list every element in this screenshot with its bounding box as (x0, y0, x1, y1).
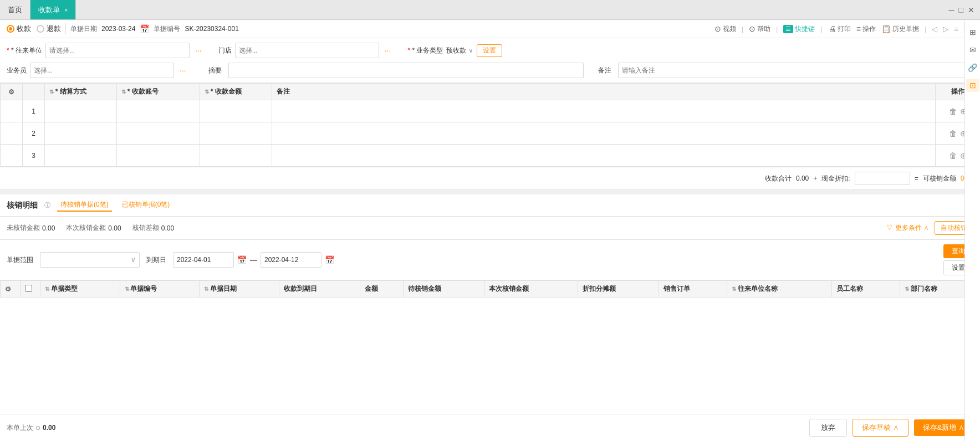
close-icon[interactable]: ✕ (968, 6, 974, 14)
range-select[interactable]: ∨ (40, 252, 140, 268)
date-to-calendar-icon[interactable]: 📅 (325, 255, 334, 264)
action-help[interactable]: ⊙ 帮助 (749, 24, 770, 34)
date-from-calendar-icon[interactable]: 📅 (237, 255, 247, 264)
tab-home-label: 首页 (8, 5, 22, 15)
col-header-settings: ⚙ (1, 84, 23, 100)
save-draft-button[interactable]: 保存草稿 ∧ (853, 419, 908, 437)
row2-amount[interactable] (200, 122, 272, 145)
vcol-discount: 折扣分摊额 (578, 281, 659, 298)
salesperson-input[interactable] (30, 63, 174, 78)
row2-delete-icon[interactable]: 🗑 (949, 129, 957, 138)
row3-method[interactable] (45, 145, 117, 167)
sidebar-email-icon[interactable]: ✉ (966, 43, 979, 57)
tab-home[interactable]: 首页 (0, 0, 30, 19)
save-new-label: 保存&新增 ∧ (923, 423, 964, 433)
filter-date-range: 📅 — 📅 (173, 252, 334, 268)
summary-row: 收款合计 0.00 + 现金折扣: = 可核销金额 0.00 (0, 167, 980, 190)
print-icon: 🖨 (828, 24, 836, 33)
action-video[interactable]: ⊙ 视频 (714, 24, 736, 34)
row1-method[interactable] (45, 100, 117, 122)
row3-account[interactable] (117, 145, 200, 167)
docnum-value: SK-20230324-001 (185, 25, 238, 33)
row3-remark[interactable] (272, 145, 936, 167)
vcol-verify-amount: 本次核销金额 (484, 281, 578, 298)
date-to-input[interactable] (261, 252, 321, 268)
abandon-button[interactable]: 放弃 (809, 419, 847, 437)
verify-stats: 未核销金额 0.00 本次核销金额 0.00 核销差额 0.00 ▽ 更多条件 … (0, 217, 980, 240)
discount-input[interactable] (855, 172, 910, 185)
counterpart-more-icon[interactable]: ··· (193, 46, 204, 55)
history-icon: 📋 (881, 24, 891, 33)
remark-input[interactable] (618, 63, 973, 78)
action-print[interactable]: 🖨 打印 (828, 24, 851, 34)
help-icon: ⊙ (749, 24, 756, 33)
verify-header: 核销明细 ⓘ 待核销单据(0笔) 已核销单据(0笔) (0, 194, 980, 217)
row3-amount[interactable] (200, 145, 272, 167)
sidebar-table-icon[interactable]: ⊞ (966, 25, 979, 39)
nav-prev-icon[interactable]: ◁ (932, 25, 937, 33)
carry-forward-info-icon[interactable]: ⊙ (35, 424, 40, 432)
summary-input[interactable] (228, 63, 584, 78)
business-type-arrow-icon: ∨ (468, 47, 473, 54)
row1-delete-icon[interactable]: 🗑 (949, 107, 957, 116)
store-more-icon[interactable]: ··· (382, 46, 394, 55)
verify-info-icon[interactable]: ⓘ (44, 201, 50, 209)
counterpart-input[interactable] (45, 43, 190, 58)
settings-button[interactable]: 设置 (477, 44, 502, 57)
col-header-method: ⇅ * 结算方式 (45, 84, 117, 100)
row1-account[interactable] (117, 100, 200, 122)
maximize-icon[interactable]: □ (959, 6, 963, 14)
carry-forward-value: 0.00 (43, 424, 55, 432)
tab-close-icon[interactable]: × (64, 7, 68, 13)
row2-remark[interactable] (272, 122, 936, 145)
minimize-icon[interactable]: ─ (949, 6, 955, 14)
vcol-checkbox (21, 281, 40, 298)
summary-label: 摘要 (208, 66, 222, 75)
nav-list-icon[interactable]: ≡ (954, 25, 958, 33)
table-row: 2 🗑 ⊕ (1, 122, 980, 145)
vcol-settings: ⚙ (1, 281, 21, 298)
plus-sign: + (813, 175, 817, 182)
business-type-value: 预收款 (446, 46, 466, 55)
action-shortcut[interactable]: ☰ 快捷键 (783, 24, 815, 34)
table-gear-icon[interactable]: ⚙ (8, 88, 14, 96)
row1-remark[interactable] (272, 100, 936, 122)
row1-settings (1, 100, 23, 122)
range-select-arrow-icon: ∨ (131, 256, 136, 264)
vtable-select-all[interactable] (25, 285, 32, 292)
col-header-num (23, 84, 45, 100)
vcol-doc-type: ⇅ 单据类型 (40, 281, 120, 298)
nav-next-icon[interactable]: ▷ (943, 25, 948, 33)
radio-refund-label: 退款 (47, 24, 61, 34)
radio-receipt[interactable]: 收款 (7, 24, 31, 34)
calendar-icon[interactable]: 📅 (140, 24, 149, 33)
table-section: ⚙ ⇅ * 结算方式 ⇅ * 收款账号 ⇅ (0, 83, 980, 190)
action-operation[interactable]: ≡ 操作 (856, 24, 876, 34)
action-history-label: 历史单据 (892, 24, 919, 34)
salesperson-more-icon[interactable]: ··· (177, 66, 188, 75)
row2-method[interactable] (45, 122, 117, 145)
verify-table: ⚙ ⇅ 单据类型 ⇅ 单据编号 (0, 280, 980, 298)
toolbar-right: ⊙ 视频 | ⊙ 帮助 | ☰ 快捷键 | 🖨 打印 ≡ 操作 (714, 24, 973, 34)
tab-receipt-label: 收款单 (38, 5, 60, 15)
business-type-select[interactable]: 预收款 ∨ (446, 46, 473, 55)
vcol-doc-num: ⇅ 单据编号 (120, 281, 200, 298)
row1-amount[interactable] (200, 100, 272, 122)
more-conditions-btn[interactable]: ▽ 更多条件 ∧ (886, 223, 929, 233)
sidebar-screenshot-icon[interactable]: ⊡ (966, 79, 979, 92)
verify-tab-done[interactable]: 已核销单据(0笔) (119, 199, 173, 212)
row2-account[interactable] (117, 122, 200, 145)
action-history[interactable]: 📋 历史单据 (881, 24, 919, 34)
verify-tab-pending[interactable]: 待核销单据(0笔) (57, 199, 112, 212)
vcol-due-date: 收款到期日 (279, 281, 360, 298)
action-help-label: 帮助 (757, 24, 770, 34)
sidebar-link-icon[interactable]: 🔗 (966, 61, 979, 74)
date-from-input[interactable] (173, 252, 234, 268)
vtable-gear-icon[interactable]: ⚙ (5, 285, 11, 293)
tab-receipt[interactable]: 收款单 × (30, 0, 76, 19)
store-input[interactable] (235, 43, 379, 58)
row3-delete-icon[interactable]: 🗑 (949, 151, 957, 160)
radio-refund[interactable]: 退款 (37, 24, 61, 34)
main-wrap: 收款 退款 单据日期 2023-03-24 📅 单据编号 SK-20230324… (0, 20, 980, 441)
form-section: * 往来单位 ··· 门店 ··· * 业务类型 预收款 ∨ 设置 业务员 ··… (0, 38, 980, 83)
